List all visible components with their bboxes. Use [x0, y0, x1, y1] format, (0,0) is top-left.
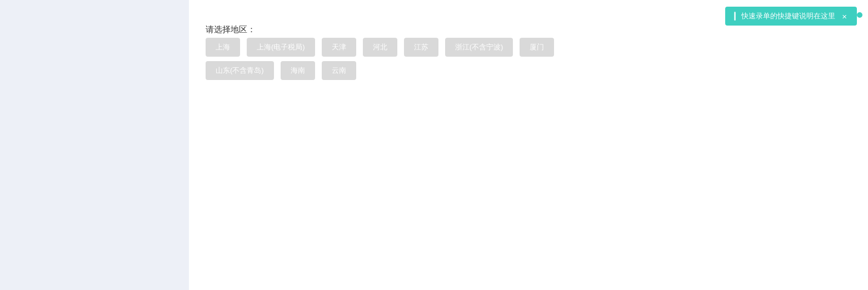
- btn-xiamen[interactable]: 厦门: [520, 38, 554, 57]
- region-label: 请选择地区：: [206, 24, 256, 35]
- tooltip-close-button[interactable]: ×: [841, 12, 848, 21]
- btn-jiangsu[interactable]: 江苏: [404, 38, 438, 57]
- tooltip-text: 快速录单的快捷键说明在这里: [741, 11, 835, 21]
- btn-shandong[interactable]: 山东(不含青岛): [206, 61, 274, 80]
- btn-tianjin[interactable]: 天津: [322, 38, 356, 57]
- btn-shanghai-etax[interactable]: 上海(电子税局): [247, 38, 315, 57]
- left-sidebar: [0, 0, 189, 290]
- btn-hebei[interactable]: 河北: [363, 38, 397, 57]
- btn-hainan[interactable]: 海南: [281, 61, 315, 80]
- tooltip-banner: 快速录单的快捷键说明在这里 ×: [725, 7, 857, 26]
- btn-yunnan[interactable]: 云南: [322, 61, 356, 80]
- main-content: 请选择地区： 上海 上海(电子税局) 天津 河北 江苏 浙江(不含宁波) 厦门 …: [189, 0, 868, 290]
- btn-shanghai[interactable]: 上海: [206, 38, 240, 57]
- tooltip-bar: [734, 12, 736, 21]
- region-buttons-row2: 山东(不含青岛) 海南 云南: [206, 61, 356, 80]
- tooltip-dot: [857, 12, 862, 18]
- btn-zhejiang[interactable]: 浙江(不含宁波): [445, 38, 513, 57]
- region-buttons-row1: 上海 上海(电子税局) 天津 河北 江苏 浙江(不含宁波) 厦门: [206, 38, 554, 57]
